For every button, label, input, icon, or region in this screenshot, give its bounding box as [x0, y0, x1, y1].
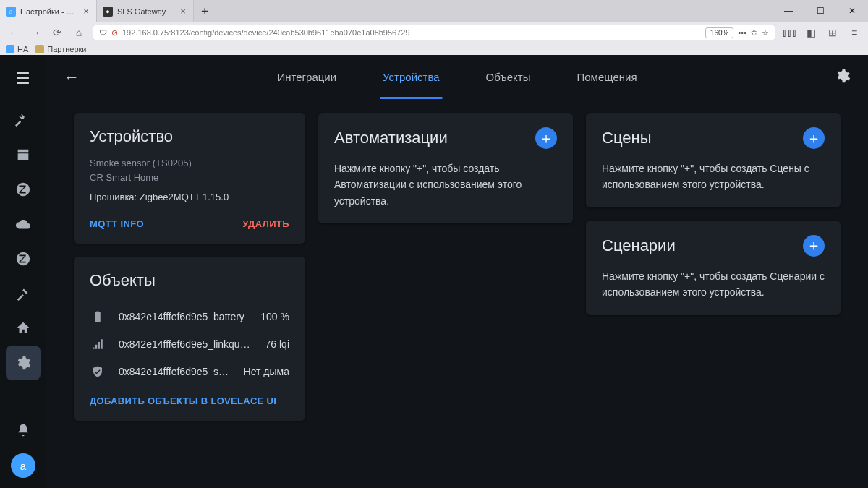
scripts-card: Сценарии ＋ Нажмите кнопку "+", чтобы соз… — [586, 221, 841, 315]
browser-nav-bar: ← → ⟳ ⌂ 🛡 ⊘ 192.168.0.75:8123/config/dev… — [0, 22, 868, 43]
browser-tab-1[interactable]: ⌂ Настройки - Home Assistant × — [0, 0, 97, 22]
browser-tab-2[interactable]: ● SLS Gateway × — [97, 0, 194, 22]
sidebar-item-zigbee2[interactable] — [6, 241, 41, 276]
zoom-badge[interactable]: 160% — [705, 27, 734, 38]
sidebar-item-settings[interactable] — [6, 346, 41, 380]
shield-check-icon — [90, 365, 106, 378]
scenes-card: Сцены ＋ Нажмите кнопку "+", чтобы создат… — [586, 113, 841, 207]
home-assistant-favicon: ⌂ — [6, 7, 16, 17]
close-window-button[interactable]: ✕ — [836, 0, 868, 22]
bookmark-folder-partners[interactable]: Партнерки — [35, 45, 86, 53]
library-icon[interactable]: ⫿⫿⫿ — [781, 25, 797, 40]
add-scene-button[interactable]: ＋ — [803, 127, 825, 149]
back-arrow-icon[interactable]: ← — [64, 68, 80, 87]
add-automation-button[interactable]: ＋ — [535, 127, 557, 149]
sidebar: ☰ a — [0, 55, 46, 488]
tab-devices[interactable]: Устройства — [380, 56, 442, 99]
bookmarks-bar: HA Партнерки — [0, 43, 868, 55]
home-button[interactable]: ⌂ — [71, 25, 87, 40]
minimize-button[interactable]: — — [773, 0, 804, 22]
lock-icon: ⊘ — [111, 28, 118, 38]
bookmark-star-icon[interactable]: ☆ — [762, 28, 769, 38]
site-info-icon[interactable]: ✩ — [751, 28, 757, 38]
window-controls: — ☐ ✕ — [773, 0, 868, 22]
scenes-body: Нажмите кнопку "+", чтобы создать Сцены … — [602, 160, 825, 193]
browser-tab-2-title: SLS Gateway — [117, 7, 174, 16]
battery-icon — [90, 310, 106, 323]
reload-button[interactable]: ⟳ — [49, 25, 65, 40]
tab-integrations[interactable]: Интеграции — [274, 56, 339, 99]
maximize-button[interactable]: ☐ — [804, 0, 836, 22]
sidebar-item-devtools[interactable] — [6, 103, 41, 137]
automations-body: Нажмите кнопку "+", чтобы создать Автома… — [334, 160, 557, 209]
delete-button[interactable]: УДАЛИТЬ — [242, 218, 289, 229]
mqtt-info-button[interactable]: MQTT INFO — [90, 218, 144, 229]
scenes-heading: Сцены — [602, 129, 651, 147]
content: Устройство Smoke sensor (TS0205) CR Smar… — [46, 100, 868, 488]
sidebar-icon[interactable]: ◧ — [803, 25, 819, 40]
device-card: Устройство Smoke sensor (TS0205) CR Smar… — [74, 113, 305, 244]
url-bar[interactable]: 🛡 ⊘ 192.168.0.75:8123/config/devices/dev… — [93, 25, 775, 40]
sidebar-item-hacs[interactable] — [6, 137, 41, 172]
new-tab-button[interactable]: ＋ — [194, 0, 216, 22]
gear-icon[interactable] — [835, 68, 851, 87]
add-script-button[interactable]: ＋ — [803, 235, 825, 257]
entity-row-smoke[interactable]: 0x842e14fffef6d9e5_smo… Нет дыма — [90, 358, 289, 385]
back-button[interactable]: ← — [6, 25, 22, 40]
close-icon[interactable]: × — [82, 7, 90, 16]
browser-chrome: ⌂ Настройки - Home Assistant × ● SLS Gat… — [0, 0, 868, 55]
browser-tab-1-title: Настройки - Home Assistant — [20, 7, 77, 16]
extensions-icon[interactable]: ⊞ — [825, 25, 841, 40]
automations-card: Автоматизации ＋ Нажмите кнопку "+", чтоб… — [318, 113, 573, 223]
entity-row-linkquality[interactable]: 0x842e14fffef6d9e5_linkquality 76 lqi — [90, 330, 289, 358]
scripts-heading: Сценарии — [602, 236, 676, 255]
sidebar-item-notifications[interactable] — [6, 413, 41, 448]
folder-icon — [35, 45, 44, 53]
close-icon[interactable]: × — [179, 7, 187, 16]
add-to-lovelace-button[interactable]: ДОБАВИТЬ ОБЪЕКТЫ В LOVELACE UI — [90, 385, 289, 409]
user-avatar[interactable]: a — [11, 453, 35, 478]
sidebar-item-supervisor[interactable] — [6, 311, 41, 346]
sls-favicon: ● — [103, 7, 113, 17]
reader-icon[interactable]: ••• — [738, 28, 746, 37]
bookmark-icon — [6, 45, 14, 53]
tab-entities[interactable]: Объекты — [483, 56, 534, 99]
sidebar-item-hammer[interactable] — [6, 276, 41, 311]
tab-areas[interactable]: Помещения — [574, 56, 639, 99]
main: ← Интеграции Устройства Объекты Помещени… — [46, 55, 868, 488]
device-model: Smoke sensor (TS0205) — [90, 156, 289, 171]
sidebar-item-cloud[interactable] — [6, 207, 41, 241]
hamburger-icon[interactable]: ☰ — [16, 69, 30, 88]
device-firmware: Прошивка: Zigbee2MQTT 1.15.0 — [90, 192, 289, 202]
menu-icon[interactable]: ≡ — [846, 25, 862, 40]
forward-button[interactable]: → — [27, 25, 43, 40]
entities-heading: Объекты — [90, 271, 289, 290]
device-heading: Устройство — [90, 127, 289, 146]
device-maker: CR Smart Home — [90, 171, 289, 185]
bookmark-ha[interactable]: HA — [6, 45, 28, 53]
shield-icon: 🛡 — [99, 28, 107, 37]
entity-row-battery[interactable]: 0x842e14fffef6d9e5_battery 100 % — [90, 303, 289, 330]
scripts-body: Нажмите кнопку "+", чтобы создать Сценар… — [602, 268, 825, 301]
entities-card: Объекты 0x842e14fffef6d9e5_battery 100 %… — [74, 257, 305, 421]
topbar: ← Интеграции Устройства Объекты Помещени… — [46, 55, 868, 100]
home-assistant-app: ☰ a ← Интеграции Устройства Объекты Поме… — [0, 55, 868, 488]
sidebar-item-zigbee[interactable] — [6, 172, 41, 207]
automations-heading: Автоматизации — [334, 129, 448, 147]
top-tabs: Интеграции Устройства Объекты Помещения — [274, 56, 639, 99]
url-text: 192.168.0.75:8123/config/devices/device/… — [122, 28, 701, 37]
signal-icon — [90, 338, 106, 351]
browser-tabs-bar: ⌂ Настройки - Home Assistant × ● SLS Gat… — [0, 0, 868, 22]
